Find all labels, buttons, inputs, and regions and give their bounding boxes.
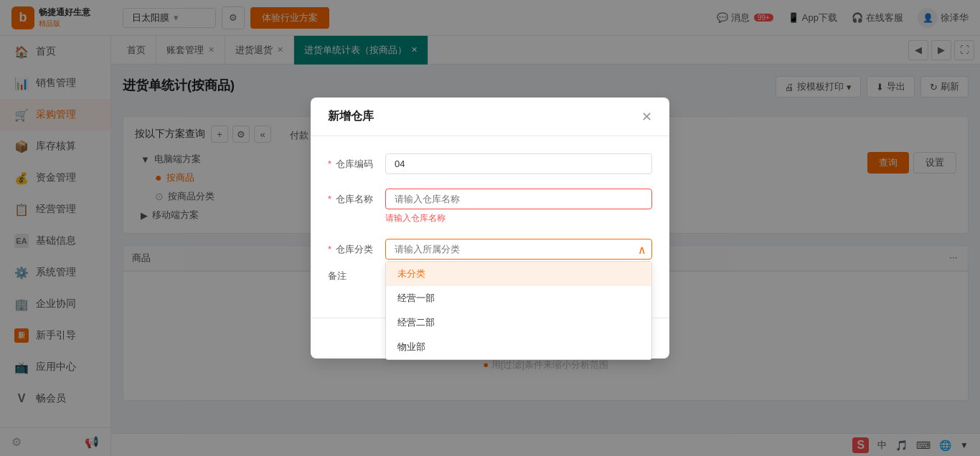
required-star-code: *: [328, 158, 331, 169]
form-input-wrap-code: [385, 153, 652, 174]
form-row-category: * 仓库分类 ∧ 未分类 经营一部 经营二部 物业部: [328, 239, 652, 260]
form-label-code: * 仓库编码: [328, 153, 385, 171]
modal-new-warehouse: 新增仓库 ✕ * 仓库编码 * 仓库名称: [311, 98, 669, 358]
form-input-wrap-category: ∧ 未分类 经营一部 经营二部 物业部: [385, 239, 652, 260]
category-dropdown-arrow[interactable]: ∧: [638, 242, 646, 256]
form-input-wrap-name: 请输入仓库名称: [385, 189, 652, 224]
form-label-note: 备注: [328, 265, 385, 282]
modal-overlay: 新增仓库 ✕ * 仓库编码 * 仓库名称: [0, 0, 980, 456]
required-star-category: *: [328, 244, 331, 255]
dropdown-item-op2[interactable]: 经营二部: [386, 310, 651, 335]
warehouse-category-input[interactable]: [385, 239, 652, 260]
form-label-category: * 仓库分类: [328, 239, 385, 256]
name-error-msg: 请输入仓库名称: [385, 212, 652, 224]
category-dropdown: 未分类 经营一部 经营二部 物业部: [385, 261, 652, 360]
form-row-code: * 仓库编码: [328, 153, 652, 174]
warehouse-name-input[interactable]: [385, 189, 652, 209]
modal-close-button[interactable]: ✕: [641, 110, 652, 123]
modal-title: 新增仓库: [328, 109, 374, 124]
form-label-name: * 仓库名称: [328, 189, 385, 206]
modal-body: * 仓库编码 * 仓库名称 请输入仓库名称: [311, 136, 669, 318]
dropdown-item-none[interactable]: 未分类: [386, 262, 651, 286]
modal-header: 新增仓库 ✕: [311, 98, 669, 136]
dropdown-item-op1[interactable]: 经营一部: [386, 286, 651, 310]
form-row-name: * 仓库名称 请输入仓库名称: [328, 189, 652, 224]
dropdown-item-property[interactable]: 物业部: [386, 335, 651, 359]
required-star-name: *: [328, 194, 331, 204]
warehouse-code-input[interactable]: [385, 153, 652, 174]
